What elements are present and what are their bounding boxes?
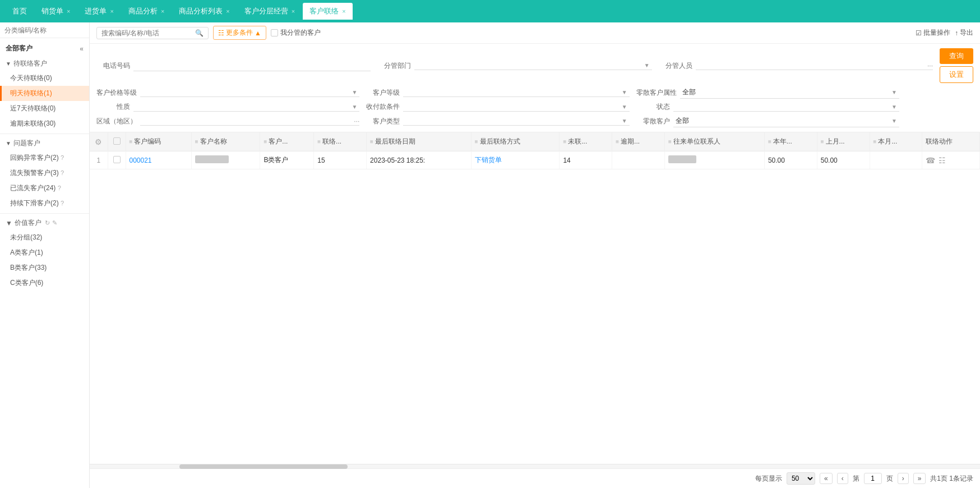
- edit-value-icon[interactable]: ✎: [52, 219, 57, 227]
- action-icons-group: ☎ ☷: [926, 156, 976, 165]
- search-input[interactable]: [101, 29, 193, 37]
- my-customers-checkbox[interactable]: [271, 29, 278, 36]
- page-number-input[interactable]: [864, 473, 882, 484]
- filter-customer-level-select[interactable]: ▼: [403, 88, 629, 97]
- row-company-contact: [665, 151, 765, 169]
- nav-sales-order[interactable]: 销货单 ×: [35, 3, 77, 20]
- table-settings-icon[interactable]: ⚙: [95, 137, 102, 146]
- more-filter-button[interactable]: ☷ 更多条件 ▲: [213, 26, 266, 40]
- row-name: [191, 151, 260, 169]
- sidebar-item-overdue-contact[interactable]: 逾期未联络(30): [0, 116, 89, 131]
- filter-payment-terms-select[interactable]: ▼: [403, 103, 629, 112]
- page-size-label: 每页显示: [755, 474, 782, 484]
- more-action-icon[interactable]: ☷: [939, 156, 946, 165]
- prev-page-button[interactable]: ‹: [837, 473, 848, 484]
- sidebar-search-input[interactable]: [4, 26, 89, 34]
- nav-home[interactable]: 首页: [6, 3, 34, 20]
- close-customer-contact-icon[interactable]: ×: [342, 8, 345, 15]
- close-purchase-order-icon[interactable]: ×: [110, 8, 113, 15]
- nav-product-analysis-list[interactable]: 商品分析列表 ×: [172, 3, 236, 20]
- filter-row-4: 区域（地区） ··· 客户类型 ▼ 零散客户 全部 ▼: [96, 115, 973, 127]
- page-label: 第: [853, 474, 859, 484]
- filter-manager-input: ···: [696, 62, 933, 70]
- sidebar-all-customers[interactable]: 全部客户 «: [0, 40, 89, 57]
- nav-customer-contact[interactable]: 客户联络 ×: [303, 3, 352, 20]
- sidebar-group-problem[interactable]: ▼ 问题客户: [0, 136, 89, 150]
- sidebar-item-tomorrow-pending[interactable]: 明天待联络(1): [0, 86, 89, 101]
- close-sales-order-icon[interactable]: ×: [67, 8, 70, 15]
- close-customer-tier-icon[interactable]: ×: [292, 8, 295, 15]
- first-page-button[interactable]: «: [820, 473, 833, 484]
- last-contact-method-link[interactable]: 下销货单: [475, 156, 502, 164]
- filter-status-select[interactable]: ▼: [673, 103, 899, 112]
- filter-panel: 电话号码 分管部门 ▼ 分管人员 ··· 查询: [90, 44, 980, 132]
- filter-status: 状态 ▼: [636, 102, 899, 112]
- query-button[interactable]: 查询: [940, 48, 973, 64]
- col-header-company-contact: ≡往来单位联系人: [665, 132, 765, 151]
- close-product-analysis-list-icon[interactable]: ×: [226, 8, 229, 15]
- close-product-analysis-icon[interactable]: ×: [161, 8, 164, 15]
- sidebar-item-declining[interactable]: 持续下滑客户(2) ?: [0, 196, 89, 211]
- search-button-icon[interactable]: 🔍: [195, 29, 204, 37]
- settings-button[interactable]: 设置: [940, 66, 973, 83]
- collapse-icon: «: [80, 45, 84, 53]
- contact-action-icon[interactable]: ☎: [926, 156, 935, 165]
- toolbar: 🔍 ☷ 更多条件 ▲ 我分管的客户 ☑ 批量操作 ↑ 导出: [90, 22, 980, 44]
- filter-customer-type-select[interactable]: ▼: [403, 117, 629, 126]
- filter-nature-select[interactable]: ▼: [133, 103, 359, 112]
- filter-phone-input[interactable]: [133, 61, 371, 71]
- filter-price-level-select[interactable]: ▼: [140, 88, 359, 97]
- col-check: [108, 132, 126, 151]
- next-page-button[interactable]: ›: [898, 473, 909, 484]
- sidebar-item-week-pending[interactable]: 近7天待联络(0): [0, 101, 89, 116]
- filter-retail-attr-select[interactable]: 全部 ▼: [680, 86, 899, 99]
- col-header-contact-count: ≡联络...: [314, 132, 367, 151]
- filter-nature-label: 性质: [96, 102, 130, 112]
- filter-region-dots[interactable]: ···: [354, 117, 359, 125]
- sidebar-group-pending[interactable]: ▼ 待联络客户: [0, 57, 89, 71]
- sidebar-item-a-class[interactable]: A类客户(1): [0, 245, 89, 260]
- filter-row-3: 性质 ▼ 收付款条件 ▼ 状态: [96, 102, 973, 112]
- sidebar-item-b-class[interactable]: B类客户(33): [0, 260, 89, 275]
- my-customers-checkbox-area[interactable]: 我分管的客户: [271, 28, 321, 38]
- col-header-uncontacted: ≡未联...: [560, 132, 612, 151]
- refresh-icon[interactable]: ↻: [45, 219, 50, 227]
- filter-retail-attr-label: 零散客户属性: [636, 88, 677, 98]
- row-last-month: 50.00: [817, 151, 870, 169]
- nav-customer-tier[interactable]: 客户分层经营 ×: [238, 3, 302, 20]
- filter-dept-select[interactable]: ▼: [414, 61, 651, 70]
- row-overdue: [612, 151, 665, 169]
- sidebar-item-repurchase-abnormal[interactable]: 回购异常客户(2) ?: [0, 150, 89, 165]
- table-header-row: ⚙ ≡客户编码 ≡客户名称 ≡客户... ≡联络... ≡最后联络日期 ≡最后联…: [90, 132, 980, 151]
- filter-retail-customer-select[interactable]: 全部 ▼: [673, 115, 899, 127]
- filter-manager-dots[interactable]: ···: [927, 62, 933, 70]
- filter-retail-attr-arrow-icon: ▼: [891, 89, 897, 95]
- scrollbar-thumb[interactable]: [179, 464, 348, 469]
- page-size-select[interactable]: 50 100 200: [787, 472, 815, 485]
- expand-pending-icon: ▼: [6, 61, 11, 67]
- filter-payment-terms: 收付款条件 ▼: [366, 102, 629, 112]
- sidebar-item-today-pending[interactable]: 今天待联络(0): [0, 71, 89, 86]
- sidebar-item-churned[interactable]: 已流失客户(24) ?: [0, 181, 89, 196]
- filter-customer-level-label: 客户等级: [366, 88, 400, 98]
- table-header-checkbox[interactable]: [113, 137, 121, 145]
- nav-purchase-order[interactable]: 进货单 ×: [78, 3, 120, 20]
- row-check: [108, 151, 126, 169]
- filter-price-level-arrow-icon: ▼: [352, 89, 357, 95]
- sidebar-group-value[interactable]: ▼ 价值客户 ↻ ✎: [0, 216, 89, 230]
- nav-product-analysis[interactable]: 商品分析 ×: [122, 3, 171, 20]
- sidebar-item-churn-warning[interactable]: 流失预警客户(3) ?: [0, 165, 89, 181]
- filter-region-input: ···: [140, 117, 359, 126]
- sidebar-item-c-class[interactable]: C类客户(6): [0, 275, 89, 291]
- customer-code-link[interactable]: 000021: [130, 156, 152, 164]
- col-gear: ⚙: [90, 132, 108, 151]
- row-checkbox[interactable]: [113, 156, 121, 163]
- batch-operation-button[interactable]: ☑ 批量操作: [916, 28, 950, 38]
- sidebar-item-ungrouped[interactable]: 未分组(32): [0, 230, 89, 245]
- toolbar-right: ☑ 批量操作 ↑ 导出: [916, 28, 973, 38]
- row-this-month: [870, 151, 922, 169]
- horizontal-scrollbar[interactable]: [90, 464, 980, 468]
- last-page-button[interactable]: »: [913, 473, 926, 484]
- row-num: 1: [90, 151, 108, 169]
- export-button[interactable]: ↑ 导出: [955, 28, 973, 38]
